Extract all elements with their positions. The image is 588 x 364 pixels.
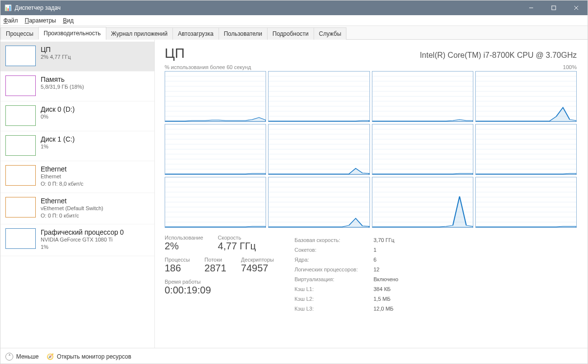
l3-v: 12,0 МБ	[373, 304, 398, 313]
menubar: Файл Параметры Вид	[0, 15, 588, 26]
sidebar-disk0-title: Диск 0 (D:)	[41, 105, 74, 113]
hnd-value: 74957	[241, 263, 274, 274]
sidebar-eth0-sub1: Ethernet	[41, 173, 83, 180]
sidebar-eth1-sub1: vEthernet (Default Switch)	[41, 205, 103, 212]
proc-value: 186	[165, 263, 190, 274]
core-l: Ядра:	[294, 255, 372, 264]
sidebar-disk0-sub: 0%	[41, 113, 74, 121]
sidebar-cpu-title: ЦП	[41, 46, 71, 53]
virt-v: Включено	[373, 275, 398, 284]
chart-caption-left: % использования более 60 секунд	[165, 64, 251, 70]
content: ЦП Intel(R) Core(TM) i7-8700K CPU @ 3.70…	[155, 40, 588, 348]
sock-l: Сокетов:	[294, 245, 372, 254]
cpu-core-chart	[165, 71, 266, 122]
open-resmon-button[interactable]: 🧭 Открыть монитор ресурсов	[47, 353, 131, 360]
sidebar-eth1-sub2: О: 0 П: 0 кбит/с	[41, 212, 103, 219]
menu-view[interactable]: Вид	[63, 17, 74, 24]
lp-v: 12	[373, 265, 398, 274]
disk0-thumb-icon	[5, 105, 36, 126]
sidebar: ЦП 2% 4,77 ГГц Память 5,8/31,9 ГБ (18%) …	[0, 40, 155, 348]
sidebar-mem-sub: 5,8/31,9 ГБ (18%)	[41, 83, 84, 91]
cpu-model: Intel(R) Core(TM) i7-8700K CPU @ 3.70GHz	[420, 51, 577, 60]
sock-v: 1	[373, 245, 398, 254]
eth1-thumb-icon	[5, 197, 36, 218]
resmon-icon: 🧭	[47, 353, 54, 360]
eth0-thumb-icon	[5, 165, 36, 186]
core-v: 6	[373, 255, 398, 264]
tabs: Процессы Производительность Журнал прило…	[0, 26, 588, 40]
sidebar-gpu-title: Графический процессор 0	[41, 228, 124, 236]
cpu-core-chart	[372, 177, 473, 228]
cpu-core-chart	[268, 71, 369, 122]
cpu-core-chart	[165, 177, 266, 228]
sidebar-item-gpu[interactable]: Графический процессор 0 NVIDIA GeForce G…	[0, 224, 154, 256]
titlebar: 📊 Диспетчер задач	[0, 0, 588, 15]
page-title: ЦП	[165, 46, 185, 61]
speed-label: Скорость	[218, 235, 256, 241]
thr-value: 2871	[204, 263, 226, 274]
thr-label: Потоки	[204, 257, 226, 263]
uptime-value: 0:00:19:09	[165, 285, 274, 296]
chevron-up-icon: ˄	[5, 353, 13, 361]
l3-l: Кэш L3:	[294, 304, 372, 313]
cpu-chart-grid[interactable]	[165, 71, 577, 228]
menu-options[interactable]: Параметры	[25, 17, 56, 24]
cpu-core-chart	[268, 124, 369, 175]
l2-l: Кэш L2:	[294, 294, 372, 303]
memory-thumb-icon	[5, 75, 36, 96]
virt-l: Виртуализация:	[294, 275, 372, 284]
minimize-button[interactable]	[520, 0, 542, 15]
sidebar-disk1-title: Диск 1 (C:)	[41, 135, 74, 143]
sidebar-item-eth1[interactable]: Ethernet vEthernet (Default Switch) О: 0…	[0, 193, 154, 225]
l1-v: 384 КБ	[373, 285, 398, 293]
disk1-thumb-icon	[5, 135, 36, 156]
footer: ˄ Меньше 🧭 Открыть монитор ресурсов	[0, 348, 588, 364]
cpu-thumb-icon	[5, 46, 36, 66]
cpu-core-chart	[372, 124, 473, 175]
usage-label: Использование	[165, 235, 203, 241]
tab-processes[interactable]: Процессы	[0, 27, 39, 40]
cpu-info-table: Базовая скорость:3,70 ГГц Сокетов:1 Ядра…	[294, 235, 399, 314]
svg-rect-1	[552, 6, 556, 10]
l2-v: 1,5 МБ	[373, 294, 398, 303]
cpu-core-chart	[475, 177, 577, 228]
sidebar-eth0-title: Ethernet	[41, 165, 83, 173]
sidebar-item-disk1[interactable]: Диск 1 (C:) 1%	[0, 131, 154, 161]
sidebar-item-memory[interactable]: Память 5,8/31,9 ГБ (18%)	[0, 72, 154, 101]
window-title: Диспетчер задач	[15, 4, 61, 11]
sidebar-eth1-title: Ethernet	[41, 197, 103, 205]
sidebar-item-cpu[interactable]: ЦП 2% 4,77 ГГц	[0, 42, 154, 72]
tab-users[interactable]: Пользователи	[219, 27, 268, 40]
proc-label: Процессы	[165, 257, 190, 263]
chart-caption-right: 100%	[563, 64, 577, 70]
cpu-core-chart	[372, 71, 473, 122]
cpu-core-chart	[268, 177, 369, 228]
close-button[interactable]	[565, 0, 588, 15]
cpu-core-chart	[475, 71, 577, 122]
sidebar-mem-title: Память	[41, 75, 84, 83]
sidebar-item-eth0[interactable]: Ethernet Ethernet О: 0 П: 8,0 кбит/с	[0, 161, 154, 193]
maximize-button[interactable]	[542, 0, 565, 15]
tab-startup[interactable]: Автозагрузка	[172, 27, 219, 40]
sidebar-eth0-sub2: О: 0 П: 8,0 кбит/с	[41, 180, 83, 188]
base-v: 3,70 ГГц	[373, 236, 398, 244]
app-icon: 📊	[4, 4, 12, 11]
sidebar-item-disk0[interactable]: Диск 0 (D:) 0%	[0, 101, 154, 131]
resmon-label: Открыть монитор ресурсов	[57, 353, 131, 360]
cpu-core-chart	[475, 124, 577, 175]
tab-details[interactable]: Подробности	[267, 27, 314, 40]
uptime-label: Время работы	[165, 279, 274, 285]
speed-value: 4,77 ГГц	[218, 241, 256, 252]
tab-services[interactable]: Службы	[314, 27, 346, 40]
menu-file[interactable]: Файл	[3, 17, 18, 24]
cpu-core-chart	[165, 124, 266, 175]
window-controls	[520, 0, 588, 15]
base-l: Базовая скорость:	[294, 236, 372, 244]
gpu-thumb-icon	[5, 228, 36, 249]
fewer-details-button[interactable]: ˄ Меньше	[5, 353, 39, 361]
sidebar-gpu-sub2: 1%	[41, 243, 124, 251]
fewer-label: Меньше	[16, 353, 39, 360]
tab-apphistory[interactable]: Журнал приложений	[106, 27, 173, 40]
tab-performance[interactable]: Производительность	[38, 27, 106, 40]
l1-l: Кэш L1:	[294, 285, 372, 293]
